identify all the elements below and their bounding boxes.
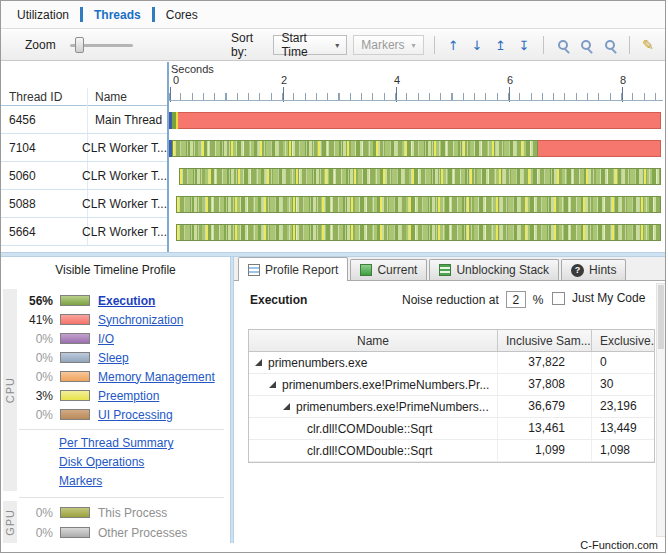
execution-swatch [60,295,90,306]
thread-name: CLR Worker T... [74,169,167,183]
percent-value: 3% [19,389,53,403]
preemption-swatch [60,390,90,401]
thread-row-5060[interactable]: 5060 CLR Worker T... [1,162,167,190]
thread-timeline-7104 [169,134,661,162]
thread-row-5664[interactable]: 5664 CLR Worker T... [1,218,167,246]
column-header-exclusive[interactable]: Exclusive... [592,330,654,351]
ui-processing-swatch [60,409,90,420]
noise-reduction-input[interactable]: 2 [506,291,526,308]
tab-threads[interactable]: Threads [94,8,141,22]
tab-label: Hints [589,263,616,277]
markers-row: Markers [59,472,102,490]
visible-timeline-profile-panel: Visible Timeline Profile CPU GPU 56% Exe… [1,257,230,543]
table-row[interactable]: primenumbers.exe 37,822 0 [249,352,654,374]
ui-processing-link[interactable]: UI Processing [98,408,173,422]
just-my-code-checkbox[interactable] [552,292,565,305]
gpu-label: GPU [4,509,16,536]
chevron-down-icon [335,41,339,50]
execution-segment[interactable] [176,196,661,213]
zoom-slider-thumb[interactable] [75,37,84,53]
tick-label: 2 [281,74,287,86]
timeline-ruler[interactable]: Seconds 0 2 4 6 8 [169,62,663,106]
sort-by-dropdown[interactable]: Start Time [273,35,347,55]
column-name[interactable]: Name [95,90,127,104]
thread-row-7104[interactable]: 7104 CLR Worker T... [1,134,167,162]
report-tab-bar: Profile Report Current Unblocking Stack … [234,257,665,281]
exclusive-samples: 30 [592,374,654,395]
tab-current[interactable]: Current [350,259,427,280]
sort-by-label: Sort by: [231,31,267,59]
move-down-icon[interactable]: ↓ [468,35,486,55]
column-header-inclusive[interactable]: Inclusive Sam... [498,330,592,351]
tick-label: 6 [507,74,513,86]
thread-row-5088[interactable]: 5088 CLR Worker T... [1,190,167,218]
table-row[interactable]: clr.dll!COMDouble::Sqrt 13,461 13,449 [249,418,654,440]
tab-hints[interactable]: Hints [561,259,626,280]
tab-profile-report[interactable]: Profile Report [238,257,348,281]
profile-report-table: Name Inclusive Sam... Exclusive... prime… [248,329,655,463]
expand-triangle-icon[interactable] [283,403,290,410]
disk-operations-link[interactable]: Disk Operations [59,455,144,469]
table-row[interactable]: clr.dll!COMDouble::Sqrt 1,099 1,098 [249,440,654,462]
inclusive-samples: 37,822 [498,352,592,373]
legend-row-synchronization: 41% Synchronization [19,310,183,329]
markers-dropdown[interactable]: Markers [353,35,423,55]
panel-title: Visible Timeline Profile [1,263,230,277]
column-header-name[interactable]: Name [249,330,498,351]
zoom-in-icon[interactable] [554,35,572,55]
percent-sign: % [533,293,544,307]
zoom-out-icon[interactable] [577,35,595,55]
synchronization-link[interactable]: Synchronization [98,313,183,327]
percent-value: 0% [19,506,53,520]
move-bottom-icon[interactable]: ↧ [515,35,533,55]
synchronization-segment[interactable] [538,140,661,157]
profile-report-icon [248,264,260,276]
legend-row-memory-management: 0% Memory Management [19,367,215,386]
move-top-icon[interactable]: ↥ [492,35,510,55]
magnifier-icon [605,40,615,50]
idle-gap [169,196,176,213]
tab-utilization[interactable]: Utilization [17,8,69,22]
thread-id: 7104 [1,141,74,155]
memory-management-link[interactable]: Memory Management [98,370,215,384]
sleep-link[interactable]: Sleep [98,351,129,365]
thread-id: 5088 [1,197,74,211]
magnifier-icon [581,40,591,50]
disk-operations-row: Disk Operations [59,453,144,471]
execution-segment[interactable] [179,168,661,185]
expand-triangle-icon[interactable] [269,381,276,388]
vertical-scrollbar[interactable] [656,283,666,537]
legend-row-io: 0% I/O [19,329,114,348]
column-thread-id[interactable]: Thread ID [9,90,62,104]
table-row[interactable]: primenumbers.exe!PrimeNumbers... 36,679 … [249,396,654,418]
exclusive-samples: 1,098 [592,440,654,461]
paintbrush-icon[interactable]: ✎ [639,35,657,55]
thread-row-6456[interactable]: 6456 Main Thread [1,106,167,134]
tab-cores[interactable]: Cores [166,8,198,22]
percent-value: 0% [19,526,53,540]
just-my-code-control: Just My Code [552,291,645,305]
tick-label: 0 [173,74,179,86]
function-name: primenumbers.exe!PrimeNumbers.Pr... [282,378,489,392]
move-up-icon[interactable]: ↑ [444,35,462,55]
idle-gap [169,224,176,241]
execution-link[interactable]: Execution [98,294,155,308]
preemption-link[interactable]: Preemption [98,389,159,403]
markers-link[interactable]: Markers [59,474,102,488]
execution-segment[interactable] [172,140,538,157]
scrollbar-thumb[interactable] [658,285,664,349]
zoom-reset-icon[interactable] [601,35,619,55]
toolbar-separator [434,36,435,54]
synchronization-segment[interactable] [178,112,661,129]
expand-triangle-icon[interactable] [255,359,262,366]
thread-name: CLR Worker T... [74,225,167,239]
tab-unblocking-stack[interactable]: Unblocking Stack [429,259,559,280]
other-processes-label: Other Processes [98,526,187,540]
io-link[interactable]: I/O [98,332,114,346]
execution-segment[interactable] [176,224,661,241]
table-row[interactable]: primenumbers.exe!PrimeNumbers.Pr... 37,8… [249,374,654,396]
io-swatch [60,333,90,344]
per-thread-summary-link[interactable]: Per Thread Summary [59,436,174,450]
zoom-slider[interactable] [70,36,133,54]
percent-value: 0% [19,370,53,384]
